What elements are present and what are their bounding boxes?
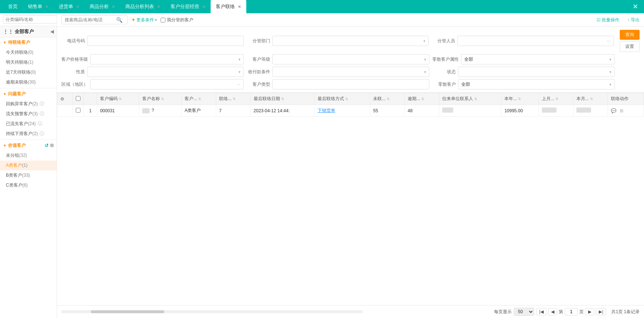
phone-input[interactable] — [87, 36, 244, 46]
action-chat-icon[interactable]: 💬 — [611, 108, 616, 113]
sidebar: 🔍 ⋮⋮ 全部客户 ◀ ▼ 待联络客户 今天待联络(0) 明天待联络(1) 近7… — [0, 13, 57, 318]
horizontal-scrollbar[interactable] — [61, 310, 363, 313]
value-group-refresh-icon[interactable]: ↺ — [44, 143, 49, 148]
customer-type-input[interactable] — [272, 79, 429, 89]
filter-customer-level: 客户等级 ▾ — [247, 54, 429, 64]
scrollbar-thumb[interactable] — [91, 310, 164, 313]
query-button[interactable]: 查询 — [620, 30, 640, 40]
col-unit-contact[interactable]: 往来单位联系人⇅ — [439, 93, 501, 105]
search-box: 🔍 — [61, 15, 128, 24]
filter-row-2: 客户价格等级 ▾ 客户等级 ▾ 零散客户属性 全部▾ — [61, 54, 640, 64]
payment-select[interactable]: ▾ — [272, 67, 429, 77]
global-close-button[interactable]: ✕ — [630, 3, 641, 11]
col-not-contact[interactable]: 未联...⇅ — [370, 93, 405, 105]
col-category[interactable]: 客户...⇅ — [182, 93, 216, 105]
region-label: 区域（地区） — [61, 81, 90, 88]
table-row: 1 000031 ? A类客户 7 2023-04-12 14:44: 下销货单… — [57, 105, 644, 117]
sidebar-search-input[interactable] — [3, 15, 57, 24]
nav-home[interactable]: 首页 — [3, 0, 23, 13]
sidebar-item-tomorrow[interactable]: 明天待联络(1) — [0, 57, 57, 67]
export-btn[interactable]: ↑ 导出 — [627, 17, 640, 23]
nav-tab-analysis-list[interactable]: 商品分析列表 ✕ — [120, 0, 165, 13]
td-last-method[interactable]: 下销货单 — [314, 105, 370, 117]
my-customers-checkbox[interactable]: 我分管的客户 — [161, 17, 193, 23]
col-overdue[interactable]: 逾期...⇅ — [405, 93, 439, 105]
close-customer-contact-tab[interactable]: ✕ — [238, 0, 241, 13]
sidebar-item-overdue[interactable]: 逾期未联络(30) — [0, 77, 57, 87]
nav-tab-analysis[interactable]: 商品分析 ✕ — [85, 0, 120, 13]
price-level-label: 客户价格等级 — [61, 56, 90, 63]
close-analysis-tab[interactable]: ✕ — [112, 0, 115, 13]
sidebar-item-class-b[interactable]: B类客户(33) — [0, 170, 57, 180]
page-size-select[interactable]: 50 100 200 — [514, 308, 534, 316]
td-this-year: 10995.00 — [501, 105, 539, 117]
sort-ty-icon: ⇅ — [518, 97, 521, 101]
close-purchase-tab[interactable]: ✕ — [76, 0, 79, 13]
main-search-input[interactable] — [65, 17, 116, 22]
my-customers-check[interactable] — [161, 18, 165, 22]
nav-tab-customer-contact[interactable]: 客户联络 ✕ — [211, 0, 246, 13]
person-input[interactable]: ··· — [457, 36, 614, 46]
sidebar-collapse-icon[interactable]: ◀ — [50, 29, 54, 34]
unit-contact-placeholder — [442, 107, 453, 113]
sidebar-item-repurchase-abnormal[interactable]: 回购异常客户(2) ⓘ — [0, 99, 57, 109]
problem-customers-group[interactable]: ▼ 问题客户 — [0, 89, 57, 99]
customer-level-select[interactable]: ▾ — [272, 54, 429, 64]
sort-nc-icon: ⇅ — [387, 97, 390, 101]
col-code[interactable]: 客户编码⇅ — [97, 93, 139, 105]
sidebar-item-declining[interactable]: 持续下滑客户(2) ⓘ — [0, 129, 57, 139]
last-method-link[interactable]: 下销货单 — [318, 108, 335, 113]
prev-page-btn[interactable]: ◀ — [548, 308, 557, 315]
page-number-input[interactable] — [565, 308, 578, 315]
sidebar-item-class-c[interactable]: C类客户(6) — [0, 180, 57, 190]
last-page-btn[interactable]: ▶| — [596, 308, 606, 315]
status-select[interactable]: ▾ — [458, 67, 615, 77]
dept-select[interactable]: ▾ — [272, 36, 429, 46]
name-text: ? — [152, 108, 154, 113]
first-page-btn[interactable]: |◀ — [536, 308, 547, 315]
nav-tab-customer-mgmt[interactable]: 客户分层经营 ✕ — [165, 0, 211, 13]
next-page-btn[interactable]: ▶ — [585, 308, 594, 315]
value-customers-group[interactable]: ▼ 价值客户 ↺ ⊞ — [0, 141, 57, 151]
col-last-contact-method[interactable]: 最后联络方式⇅ — [314, 93, 370, 105]
pending-contact-group[interactable]: ▼ 待联络客户 — [0, 38, 57, 47]
nav-tab-sales[interactable]: 销售单 ✕ — [23, 0, 54, 13]
select-all-checkbox[interactable] — [76, 96, 80, 101]
sort-cat-icon: ⇅ — [198, 97, 201, 101]
sort-contact-icon: ⇅ — [233, 97, 236, 101]
close-analysis-list-tab[interactable]: ✕ — [157, 0, 160, 13]
nav-tab-purchase[interactable]: 进货单 ✕ — [54, 0, 85, 13]
value-group-link-icon[interactable]: ⊞ — [50, 143, 54, 148]
scatter-attr-select[interactable]: 全部▾ — [461, 54, 615, 64]
sidebar-item-churn-warning[interactable]: 流失预警客户(3) ⓘ — [0, 109, 57, 119]
main-search-icon[interactable]: 🔍 — [116, 17, 122, 23]
sidebar-item-churned[interactable]: 已流失客户(24) ⓘ — [0, 119, 57, 129]
settings-button[interactable]: 设置 — [620, 41, 640, 52]
col-checkbox-all[interactable] — [73, 93, 84, 105]
batch-ops-btn[interactable]: ☑ 批量操作 — [597, 17, 619, 23]
col-last-contact-date[interactable]: 最后联络日期⇅ — [250, 93, 314, 105]
close-customer-mgmt-tab[interactable]: ✕ — [202, 0, 205, 13]
filter-region: 区域（地区） ··· — [61, 79, 244, 89]
col-this-year[interactable]: 本年...⇅ — [501, 93, 539, 105]
close-sales-tab[interactable]: ✕ — [45, 0, 49, 13]
td-checkbox[interactable] — [73, 105, 84, 117]
col-last-month[interactable]: 上月...⇅ — [539, 93, 573, 105]
price-level-select[interactable]: ▾ — [90, 54, 244, 64]
row-checkbox[interactable] — [76, 108, 80, 113]
col-settings[interactable]: ⚙ — [57, 93, 73, 105]
col-this-month[interactable]: 本月...⇅ — [573, 93, 608, 105]
sidebar-item-ungrouped[interactable]: 未分组(32) — [0, 151, 57, 160]
region-input[interactable]: ··· — [90, 79, 244, 89]
nature-select[interactable]: ▾ — [87, 67, 244, 77]
action-grid-icon[interactable]: ⊞ — [620, 108, 623, 113]
col-contact[interactable]: 联络...⇅ — [216, 93, 250, 105]
scatter-customer-select[interactable]: 全部▾ — [458, 79, 615, 89]
more-conditions-btn[interactable]: ▼ 更多条件 ▾ — [131, 17, 157, 23]
sort-uc-icon: ⇅ — [474, 97, 477, 101]
sidebar-item-7days[interactable]: 近7天待联络(0) — [0, 67, 57, 77]
col-name[interactable]: 客户名称⇅ — [139, 93, 182, 105]
all-customers-label: 全部客户 — [15, 28, 50, 35]
sidebar-item-today[interactable]: 今天待联络(0) — [0, 47, 57, 57]
sidebar-item-class-a[interactable]: A类客户(1) — [0, 160, 57, 170]
